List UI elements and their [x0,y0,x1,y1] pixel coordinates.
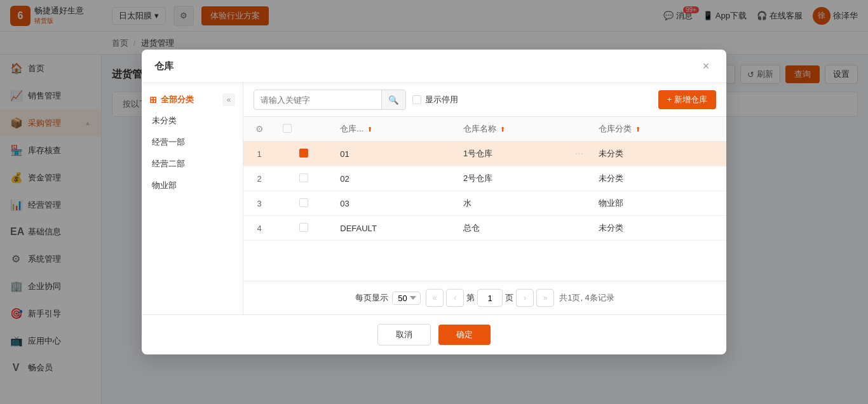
modal-content-panel: 🔍 显示停用 + 新增仓库 [243,83,726,314]
col-code: 仓库... ⬆ [332,117,456,142]
per-page-label: 每页显示 [355,292,388,304]
confirm-button[interactable]: 确定 [438,325,491,345]
collapse-button[interactable]: « [222,93,235,106]
warehouse-table: ⚙ 仓库... ⬆ 仓库名称 [243,117,726,241]
col-category: 仓库分类 ⬆ [591,117,726,142]
last-page-button[interactable]: » [536,289,554,307]
search-icon: 🔍 [388,95,399,105]
page-input[interactable] [477,289,503,307]
row-more-icon[interactable]: ··· [575,148,583,159]
row-code: 01 [332,142,456,166]
per-page-group: 每页显示 50 [355,292,421,305]
row-num: 3 [243,191,275,216]
row-checkbox-cell [275,142,332,166]
col-gear-icon[interactable]: ⚙ [255,124,264,134]
row-name: 1号仓库··· [456,142,591,166]
modal-header: 仓库 × [142,50,726,83]
modal-body: ⊞ 全部分类 « 未分类 经营一部 经营二部 物业部 [142,83,726,314]
add-warehouse-button[interactable]: + 新增仓库 [658,90,716,109]
row-checkbox[interactable] [299,223,308,232]
row-category: 物业部 [591,191,726,216]
sort-name-icon: ⬆ [500,126,505,133]
row-code: 03 [332,191,456,216]
row-num: 2 [243,166,275,191]
show-disabled-text: 显示停用 [425,94,458,105]
category-header: ⊞ 全部分类 « [142,90,243,110]
search-box: 🔍 [254,90,406,110]
row-code: DEFAULT [332,216,456,241]
warehouse-modal: 仓库 × ⊞ 全部分类 « 未分类 经营一部 [142,50,726,354]
category-label-dept1: 经营一部 [152,137,185,147]
row-checkbox-cell [275,216,332,241]
col-name-label: 仓库名称 [463,124,496,133]
row-name: 水 [456,191,591,216]
sort-cat-icon: ⬆ [635,126,641,133]
all-category-item[interactable]: ⊞ 全部分类 [149,94,194,105]
row-code: 02 [332,166,456,191]
col-settings: ⚙ [243,117,275,142]
page-suffix: 页 [505,292,513,304]
modal-title: 仓库 [154,60,173,72]
category-item-uncat[interactable]: 未分类 [142,110,243,131]
category-item-dept1[interactable]: 经营一部 [142,131,243,153]
next-page-button[interactable]: › [516,289,534,307]
row-name: 总仓 [456,216,591,241]
modal-footer: 取消 确定 [142,314,726,354]
table-body: 1 01 1号仓库··· 未分类 2 02 2号仓库 未分类 3 03 水 物业… [243,142,726,241]
row-category: 未分类 [591,216,726,241]
page-nav: « ‹ 第 页 › » [426,289,554,307]
table-header-row: ⚙ 仓库... ⬆ 仓库名称 [243,117,726,142]
row-checkbox-cell [275,166,332,191]
page-total-info: 共1页, 4条记录 [559,292,614,304]
table-row[interactable]: 1 01 1号仓库··· 未分类 [243,142,726,166]
col-checkbox [275,117,332,142]
row-checkbox[interactable] [299,198,308,207]
first-page-button[interactable]: « [426,289,444,307]
table-row[interactable]: 3 03 水 物业部 [243,191,726,216]
row-category: 未分类 [591,142,726,166]
per-page-select[interactable]: 50 [392,292,421,305]
show-disabled-checkbox[interactable] [412,95,421,104]
grid-icon: ⊞ [149,95,157,105]
pagination: 每页显示 50 « ‹ 第 页 › » 共1页, 4条记录 [243,281,726,314]
cancel-button[interactable]: 取消 [377,324,431,346]
col-code-label: 仓库... [340,124,363,133]
toolbar-left: 🔍 显示停用 [254,90,458,110]
page-label: 第 [466,292,475,304]
category-label-dept2: 经营二部 [152,159,185,168]
warehouse-table-wrap: ⚙ 仓库... ⬆ 仓库名称 [243,117,726,281]
table-row[interactable]: 4 DEFAULT 总仓 未分类 [243,216,726,241]
row-category: 未分类 [591,166,726,191]
col-category-label: 仓库分类 [599,124,632,133]
col-name: 仓库名称 ⬆ [456,117,591,142]
modal-toolbar: 🔍 显示停用 + 新增仓库 [243,83,726,117]
prev-page-button[interactable]: ‹ [446,289,464,307]
row-checkbox[interactable] [299,149,308,158]
header-checkbox[interactable] [283,124,292,133]
row-name: 2号仓库 [456,166,591,191]
category-label-uncat: 未分类 [152,116,177,125]
category-item-dept2[interactable]: 经营二部 [142,153,243,175]
category-panel: ⊞ 全部分类 « 未分类 经营一部 经营二部 物业部 [142,83,243,314]
modal-close-button[interactable]: × [698,58,714,74]
category-label-property: 物业部 [152,180,177,190]
table-row[interactable]: 2 02 2号仓库 未分类 [243,166,726,191]
row-checkbox[interactable] [299,173,308,182]
modal-overlay: 仓库 × ⊞ 全部分类 « 未分类 经营一部 [0,0,868,404]
row-num: 4 [243,216,275,241]
all-category-label: 全部分类 [161,94,194,105]
search-button[interactable]: 🔍 [381,90,405,110]
row-checkbox-cell [275,191,332,216]
show-disabled-label: 显示停用 [412,94,458,105]
sort-icon: ⬆ [367,126,372,133]
search-input[interactable] [254,95,381,105]
category-item-property[interactable]: 物业部 [142,175,243,196]
row-num: 1 [243,142,275,166]
